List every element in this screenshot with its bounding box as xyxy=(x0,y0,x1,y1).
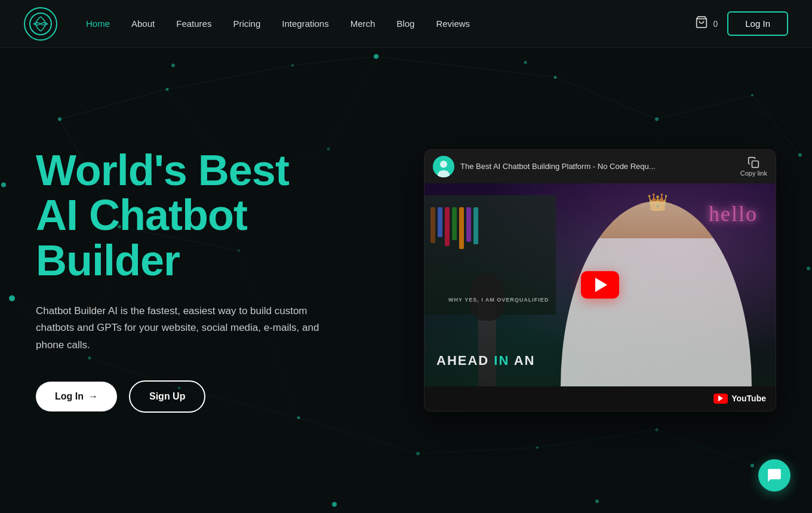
hero-login-button[interactable]: Log In → xyxy=(36,382,117,411)
svg-line-10 xyxy=(376,57,555,78)
cart-icon xyxy=(695,16,708,32)
nav-home[interactable]: Home xyxy=(86,19,110,29)
video-topbar: The Best AI Chatbot Building Platform - … xyxy=(425,150,776,183)
youtube-logo: YouTube xyxy=(713,394,766,404)
video-card: The Best AI Chatbot Building Platform - … xyxy=(424,149,776,411)
nav-about[interactable]: About xyxy=(131,19,155,29)
svg-point-51 xyxy=(440,161,447,168)
svg-line-19 xyxy=(537,430,657,448)
nav-merch[interactable]: Merch xyxy=(350,19,376,29)
svg-point-48 xyxy=(171,64,175,67)
svg-point-47 xyxy=(595,500,599,503)
svg-point-30 xyxy=(751,94,753,97)
svg-point-41 xyxy=(536,447,539,449)
navbar: Home About Features Pricing Integrations… xyxy=(0,0,812,48)
hero-signup-button[interactable]: Sign Up xyxy=(129,380,205,413)
svg-point-24 xyxy=(58,118,61,121)
nav-pricing[interactable]: Pricing xyxy=(233,19,260,29)
youtube-icon xyxy=(713,394,728,404)
copy-link-label: Copy link xyxy=(740,170,767,177)
youtube-label: YouTube xyxy=(731,394,766,403)
svg-point-42 xyxy=(656,428,659,431)
svg-line-20 xyxy=(657,430,752,466)
svg-line-4 xyxy=(293,57,376,66)
svg-line-11 xyxy=(555,78,657,119)
copy-link-button[interactable]: Copy link xyxy=(740,156,767,177)
arrow-icon: → xyxy=(88,391,98,402)
svg-point-25 xyxy=(166,88,169,91)
nav-features[interactable]: Features xyxy=(176,19,211,29)
nav-blog[interactable]: Blog xyxy=(396,19,414,29)
svg-point-39 xyxy=(297,416,300,419)
hero-right: The Best AI Chatbot Building Platform - … xyxy=(388,149,776,411)
svg-line-13 xyxy=(752,96,800,155)
hero-buttons: Log In → Sign Up xyxy=(36,380,364,413)
nav-reviews[interactable]: Reviews xyxy=(436,19,470,29)
cart-button[interactable]: 0 xyxy=(695,16,718,32)
svg-point-28 xyxy=(554,76,557,79)
svg-point-29 xyxy=(655,118,659,121)
hero-section: World's Best AI Chatbot Builder Chatbot … xyxy=(0,0,812,513)
svg-point-43 xyxy=(751,464,754,468)
video-overlay-text: AHEAD IN AN xyxy=(436,353,535,368)
svg-line-2 xyxy=(60,90,167,119)
svg-point-26 xyxy=(291,64,294,67)
svg-line-12 xyxy=(657,96,752,119)
hero-description: Chatbot Builder AI is the fastest, easie… xyxy=(36,303,334,355)
svg-point-49 xyxy=(524,61,527,64)
svg-line-17 xyxy=(299,418,418,454)
nav-login-button[interactable]: Log In xyxy=(727,11,788,36)
nav-integrations[interactable]: Integrations xyxy=(282,19,328,29)
channel-avatar xyxy=(433,156,454,177)
cart-count: 0 xyxy=(713,19,718,29)
nav-links: Home About Features Pricing Integrations… xyxy=(86,19,470,29)
hero-left: World's Best AI Chatbot Builder Chatbot … xyxy=(36,148,364,413)
video-title: The Best AI Chatbot Building Platform - … xyxy=(460,162,656,171)
svg-point-46 xyxy=(332,502,337,507)
video-thumbnail[interactable]: hello 👑 xyxy=(425,183,776,386)
svg-line-18 xyxy=(418,448,537,454)
video-why-yes-text: WHY YES, I AM OVERQUALIFIED xyxy=(448,297,549,303)
svg-point-40 xyxy=(416,452,420,456)
chat-button[interactable] xyxy=(758,459,791,492)
play-button[interactable] xyxy=(581,271,619,299)
svg-line-3 xyxy=(167,66,293,90)
svg-rect-53 xyxy=(752,161,759,167)
svg-line-9 xyxy=(328,57,376,149)
hero-title: World's Best AI Chatbot Builder xyxy=(36,148,364,284)
svg-point-27 xyxy=(374,54,379,59)
video-bottom: YouTube xyxy=(425,386,776,411)
logo[interactable] xyxy=(24,7,57,41)
